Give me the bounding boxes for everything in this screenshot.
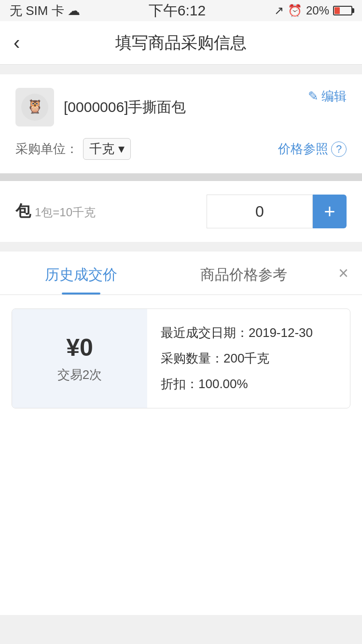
product-image: 🦉	[15, 88, 54, 126]
product-name: [0000006]手撕面包	[64, 98, 186, 117]
alarm-icon: ⏰	[288, 4, 302, 17]
unit-select[interactable]: 千克 ▾	[83, 138, 131, 160]
tabs-section: 历史成交价 商品价格参考 × ¥0 交易2次 最近成交日期：2019-12-30…	[0, 252, 362, 615]
back-button[interactable]: ‹	[14, 32, 20, 54]
edit-button[interactable]: ✎ 编辑	[308, 88, 347, 105]
tab-history-price[interactable]: 历史成交价	[0, 252, 162, 294]
package-unit-label: 包	[15, 201, 31, 222]
status-left: 无 SIM 卡 ☁	[10, 2, 80, 19]
section-divider	[0, 173, 362, 181]
quantity-control: +	[207, 195, 347, 228]
history-price-card: ¥0 交易2次 最近成交日期：2019-12-30 采购数量：200千克 折扣：…	[12, 308, 350, 408]
page-title: 填写商品采购信息	[115, 32, 247, 54]
location-icon: ↗	[274, 4, 284, 17]
history-price-value: ¥0	[66, 334, 93, 362]
battery-percent: 20%	[306, 4, 329, 17]
quantity-plus-button[interactable]: +	[313, 195, 347, 228]
discount: 折扣：100.00%	[161, 376, 336, 392]
close-button[interactable]: ×	[325, 253, 362, 293]
status-right: ↗ ⏰ 20%	[274, 4, 352, 17]
page-background	[0, 422, 362, 615]
status-time: 下午6:12	[149, 1, 206, 21]
package-conversion-note: 1包=10千克	[35, 205, 96, 220]
history-price-left: ¥0 交易2次	[12, 309, 147, 408]
unit-label: 采购单位：	[15, 140, 78, 157]
help-icon: ?	[331, 141, 347, 157]
product-card: 🦉 [0000006]手撕面包 ✎ 编辑 采购单位： 千克 ▾ 价格参照 ?	[0, 74, 362, 173]
quantity-input[interactable]	[207, 195, 313, 228]
price-ref-label: 价格参照	[278, 140, 328, 157]
purchase-quantity: 采购数量：200千克	[161, 350, 336, 367]
unit-value: 千克	[89, 140, 114, 157]
transaction-count: 交易2次	[57, 366, 102, 383]
chevron-down-icon: ▾	[118, 141, 125, 156]
recent-date: 最近成交日期：2019-12-30	[161, 324, 336, 341]
sim-status: 无 SIM 卡 ☁	[10, 2, 80, 19]
battery-icon	[333, 6, 352, 15]
price-ref-button[interactable]: 价格参照 ?	[278, 140, 347, 157]
tab-product-price-ref[interactable]: 商品价格参考	[162, 252, 324, 294]
history-price-details: 最近成交日期：2019-12-30 采购数量：200千克 折扣：100.00%	[147, 309, 350, 408]
edit-label: 编辑	[321, 88, 347, 105]
svg-text:🦉: 🦉	[27, 98, 43, 114]
status-bar: 无 SIM 卡 ☁ 下午6:12 ↗ ⏰ 20%	[0, 0, 362, 21]
edit-icon: ✎	[308, 89, 319, 104]
nav-bar: ‹ 填写商品采购信息	[0, 21, 362, 65]
tabs-header: 历史成交价 商品价格参考 ×	[0, 252, 362, 295]
quantity-row: 包 1包=10千克 +	[0, 181, 362, 242]
